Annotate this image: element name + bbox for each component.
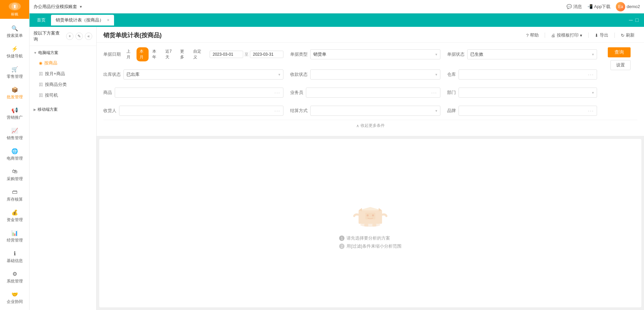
recipient-control[interactable]: ··· <box>119 106 283 116</box>
filter-goods: 商品 ··· <box>103 88 283 98</box>
department-label: 部门 <box>447 90 456 96</box>
date-input-group: 至 <box>210 51 283 58</box>
print-label: 按模板打印 <box>557 32 579 38</box>
date-from-input[interactable] <box>210 51 243 58</box>
salesperson-label: 业务员 <box>290 90 303 96</box>
sidebar-item-sales[interactable]: 📈 销售管理 <box>0 124 29 144</box>
settlement-control[interactable]: ▾ <box>310 106 440 116</box>
scheme-edit-btn[interactable]: ✎ <box>75 33 83 40</box>
tab-minimize-btn[interactable]: ─ <box>629 17 633 23</box>
page-title: 销货单统计表(按商品) <box>103 31 162 39</box>
empty-tips: 1 请先选择要分析的方案 2 用[过滤]条件来缩小分析范围 <box>339 235 401 251</box>
scheme-add-btn[interactable]: + <box>66 33 73 40</box>
sidebar-item-quicknav[interactable]: ⚡ 快捷导航 <box>0 42 29 62</box>
department-control[interactable]: ▾ <box>459 88 597 98</box>
date-tab-this-year[interactable]: 本年 <box>149 47 162 61</box>
brand-control[interactable]: ··· <box>459 106 597 116</box>
sidebar-item-purchase[interactable]: 🛍 采购管理 <box>0 165 29 185</box>
scheme-item-by-driver[interactable]: 囯 按司机 <box>30 90 96 101</box>
filter-row-2: 出库状态 已出库 ▾ 收款状态 <box>103 69 597 80</box>
tab-home[interactable]: 首页 <box>32 15 50 25</box>
export-icon: ⬇ <box>595 33 598 38</box>
tab-maximize-btn[interactable]: □ <box>635 17 639 23</box>
date-tab-custom[interactable]: 自定义 <box>190 47 206 61</box>
filter-settlement: 结算方式 ▾ <box>290 106 440 116</box>
main-content: 销货单统计表(按商品) ? 帮助 🖨 按模板打印 ▾ ⬇ <box>97 27 644 310</box>
sidebar-item-wholesale[interactable]: 📦 批发管理 <box>0 83 29 103</box>
user-area[interactable]: Ea demo2 <box>616 2 640 11</box>
date-tab-last-month[interactable]: 上月 <box>123 47 136 61</box>
sidebar-item-inventory[interactable]: 🗃 库存核算 <box>0 185 29 206</box>
sidebar-item-finance[interactable]: 💰 资金管理 <box>0 206 29 226</box>
scheme-collapse-btn[interactable]: « <box>85 33 92 40</box>
sidebar-item-basic-info[interactable]: ℹ 基础信息 <box>0 247 29 267</box>
salesperson-control[interactable]: ··· <box>306 88 440 98</box>
out-status-value: 已出库 <box>126 71 140 78</box>
svg-rect-7 <box>372 224 376 226</box>
sidebar-item-marketing[interactable]: 📢 营销推广 <box>0 103 29 124</box>
message-btn[interactable]: 💬 消息 <box>567 4 582 10</box>
page-header: 销货单统计表(按商品) ? 帮助 🖨 按模板打印 ▾ ⬇ <box>97 27 644 43</box>
scheme-header-icons: + ✎ « <box>66 33 92 40</box>
mobile-group-label: 移动端方案 <box>38 107 58 112</box>
warehouse-control[interactable]: ··· <box>459 69 597 80</box>
user-avatar: Ea <box>616 2 625 11</box>
scheme-panel: 按以下方案查询 + ✎ « ▼ 电脑端方案 ◉ 按商品 囯 按月+ <box>30 27 97 310</box>
marketing-icon: 📢 <box>11 107 18 113</box>
sidebar-item-management[interactable]: 📊 经营管理 <box>0 226 29 247</box>
goods-label: 商品 <box>103 90 112 96</box>
sidebar-item-retail[interactable]: 🛒 零售管理 <box>0 62 29 83</box>
quicknav-icon: ⚡ <box>11 45 18 52</box>
date-to-input[interactable] <box>250 51 283 58</box>
purchase-icon: 🛍 <box>11 168 18 175</box>
export-btn[interactable]: ⬇ 导出 <box>592 31 611 40</box>
goods-dots: ··· <box>274 90 280 95</box>
app-download-label: App下载 <box>594 4 610 10</box>
salesperson-dots: ··· <box>431 90 437 95</box>
desktop-group-label: 电脑端方案 <box>38 50 58 56</box>
scheme-header: 按以下方案查询 + ✎ « <box>30 27 96 46</box>
brand-label: 品牌 <box>447 108 456 114</box>
divider2 <box>588 33 589 38</box>
doc-type-control[interactable]: 销货单 ▾ <box>310 49 440 59</box>
sidebar-item-search[interactable]: 🔍 搜索菜单 <box>0 21 29 42</box>
tab-close-icon[interactable]: × <box>107 18 109 22</box>
sidebar-item-ecommerce[interactable]: 🌐 电商管理 <box>0 144 29 165</box>
sidebar-label-inventory: 库存核算 <box>7 197 23 202</box>
topbar-dropdown-btn[interactable]: ▾ <box>80 4 82 9</box>
query-btn[interactable]: 查询 <box>608 47 631 57</box>
topbar-title: 办公用品行业模拟账套 <box>34 4 77 10</box>
scheme-group-desktop-title[interactable]: ▼ 电脑端方案 <box>30 48 96 58</box>
help-btn[interactable]: ? 帮助 <box>524 31 541 40</box>
doc-status-control[interactable]: 已生效 ▾ <box>467 49 597 59</box>
print-btn[interactable]: 🖨 按模板打印 ▾ <box>548 31 585 40</box>
by-goods-label: 按商品 <box>44 60 57 66</box>
svg-point-4 <box>367 214 369 216</box>
filter-out-status: 出库状态 已出库 ▾ <box>103 69 283 80</box>
settings-btn[interactable]: 设置 <box>610 60 631 70</box>
print-dropdown-icon: ▾ <box>580 33 582 38</box>
scheme-item-by-goods[interactable]: ◉ 按商品 <box>30 58 96 68</box>
sidebar-item-system[interactable]: ⚙ 系统管理 <box>0 267 29 288</box>
department-arrow: ▾ <box>592 91 594 95</box>
scheme-group-mobile-title[interactable]: ▶ 移动端方案 <box>30 105 96 114</box>
doc-type-value: 销货单 <box>313 51 326 57</box>
mobile-group-arrow: ▶ <box>34 108 36 111</box>
refresh-btn[interactable]: ↻ 刷新 <box>618 31 637 40</box>
by-month-goods-label: 按月+商品 <box>45 71 65 77</box>
date-tab-7days[interactable]: 近7天 <box>162 47 176 61</box>
sidebar-label-wholesale: 批发管理 <box>7 94 23 100</box>
goods-control[interactable]: ··· <box>115 88 283 98</box>
date-tab-more[interactable]: 更多 <box>177 47 190 61</box>
sidebar-item-collab[interactable]: 🤝 企业协同 <box>0 288 29 308</box>
collapse-btn[interactable]: ∧ 收起更多条件 <box>356 123 385 128</box>
scheme-item-by-month-goods[interactable]: 囯 按月+商品 <box>30 68 96 79</box>
app-download-btn[interactable]: 📲 App下载 <box>587 4 610 10</box>
out-status-control[interactable]: 已出库 ▾ <box>123 69 283 80</box>
date-tab-this-month[interactable]: 本月 <box>137 47 149 61</box>
print-icon: 🖨 <box>551 33 555 38</box>
sidebar-item-newguide[interactable]: 🎯 新手引导 <box>0 308 29 310</box>
payment-status-control[interactable]: ▾ <box>310 69 440 80</box>
scheme-item-by-category[interactable]: 囯 按商品分类 <box>30 79 96 90</box>
tab-sales-stats[interactable]: 销货单统计表（按商品） × <box>51 15 114 25</box>
